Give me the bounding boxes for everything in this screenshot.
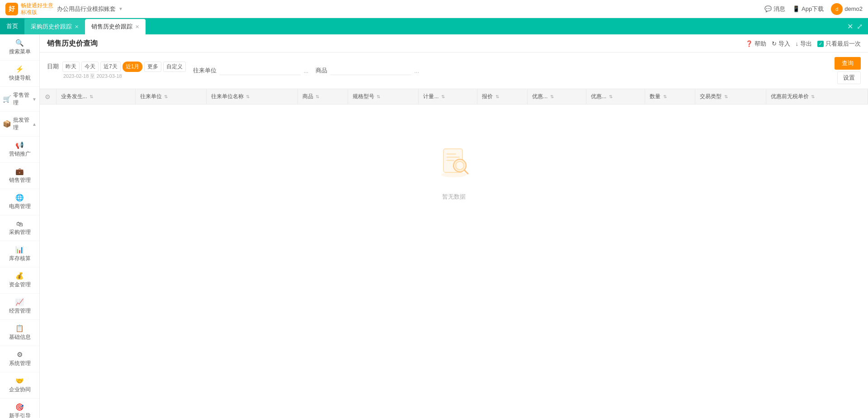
sort-unit-icon: ⇅: [441, 94, 445, 99]
svg-rect-3: [446, 157, 460, 158]
top-bar: 好 畅捷通好生意 标准版 办公用品行业模拟账套 ▼ 💬 消息 📱 App下载 d…: [0, 0, 868, 18]
sidebar-label-inventory: 库存核算: [9, 255, 31, 262]
col-discount2[interactable]: 优惠... ⇅: [586, 89, 645, 104]
date-btn-today[interactable]: 今天: [81, 62, 99, 72]
only-last-checkbox[interactable]: ✓ 只看最后一次: [817, 40, 861, 48]
enterprise-icon: 🤝: [15, 377, 24, 385]
sidebar-label-finance: 资金管理: [9, 281, 31, 289]
export-icon: ↓: [796, 40, 799, 47]
tab-sales-label: 销售历史价跟踪: [91, 23, 132, 31]
col-biz-date[interactable]: 业务发生... ⇅: [56, 89, 136, 104]
app-title: 办公用品行业模拟账套: [57, 5, 116, 13]
date-btn-custom[interactable]: 自定义: [163, 62, 186, 72]
sidebar-item-search-menu[interactable]: 🔍 搜索菜单: [0, 34, 39, 61]
col-unit-name[interactable]: 往来单位名称 ⇅: [206, 89, 297, 104]
sidebar-item-sales-mgmt[interactable]: 💼 销售管理: [0, 163, 39, 189]
date-btn-more[interactable]: 更多: [144, 62, 161, 72]
sidebar-label-guide: 新手引导: [9, 412, 31, 418]
tab-bar-actions: ✕ ⤢: [847, 22, 868, 31]
tab-sales-history[interactable]: 销售历史价跟踪 ✕: [85, 19, 146, 34]
app-download-nav[interactable]: 📱 App下载: [793, 5, 824, 13]
base-icon: 📋: [15, 324, 24, 332]
guide-icon: 🎯: [15, 403, 24, 411]
page-actions: ❓ 帮助 ↻ 导入 ↓ 导出 ✓ 只看最后一次: [745, 40, 861, 48]
col-quantity[interactable]: 数量 ⇅: [645, 89, 695, 104]
filter-dates: 昨天 今天 近7天 近1月 更多 自定义 2023-02-18 至 2023-0…: [62, 62, 186, 80]
date-btn-yesterday[interactable]: 昨天: [62, 62, 80, 72]
sidebar-label-sales: 销售管理: [9, 176, 31, 184]
col-spec[interactable]: 规格型号 ⇅: [348, 89, 419, 104]
filter-right-actions: 查询 设置: [835, 57, 861, 84]
tab-maximize-icon[interactable]: ⤢: [857, 22, 863, 31]
message-nav[interactable]: 💬 消息: [764, 5, 785, 13]
from-unit-input[interactable]: [219, 66, 301, 75]
help-action[interactable]: ❓ 帮助: [745, 40, 766, 48]
sidebar-item-enterprise[interactable]: 🤝 企业协同: [0, 372, 39, 399]
sort-unit-code-icon: ⇅: [164, 94, 168, 99]
col-goods[interactable]: 商品 ⇅: [297, 89, 348, 104]
sidebar-label-wholesale: 批发管理: [13, 116, 30, 132]
avatar: d: [831, 3, 843, 15]
goods-filter: 商品 ...: [316, 66, 419, 75]
message-icon: 💬: [764, 5, 772, 12]
empty-text: 暂无数据: [442, 193, 466, 201]
sidebar-item-ecommerce[interactable]: 🌐 电商管理: [0, 189, 39, 215]
col-trade-type[interactable]: 交易类型 ⇅: [695, 89, 766, 104]
date-buttons: 昨天 今天 近7天 近1月 更多 自定义: [62, 62, 186, 72]
page-header: 销售历史价查询 ❓ 帮助 ↻ 导入 ↓ 导出 ✓ 只看最后一次: [40, 34, 868, 52]
col-price[interactable]: 报价 ⇅: [477, 89, 528, 104]
col-unit-code[interactable]: 往来单位 ⇅: [136, 89, 207, 104]
tab-sales-close[interactable]: ✕: [135, 24, 139, 30]
content-area: 销售历史价查询 ❓ 帮助 ↻ 导入 ↓ 导出 ✓ 只看最后一次: [40, 34, 868, 418]
sort-trade-type-icon: ⇅: [724, 94, 728, 99]
sort-unit-name-icon: ⇅: [246, 94, 250, 99]
tab-bar: 首页 采购历史价跟踪 ✕ 销售历史价跟踪 ✕ ✕ ⤢: [0, 18, 868, 34]
sidebar-label-ecommerce: 电商管理: [9, 203, 31, 210]
sort-quantity-icon: ⇅: [663, 94, 667, 99]
goods-input[interactable]: [330, 66, 411, 75]
sidebar-item-wholesale-mgmt[interactable]: 📦 批发管理 ▲: [0, 112, 39, 137]
user-nav[interactable]: d demo2: [831, 3, 863, 15]
sidebar-item-purchase-mgmt[interactable]: 🛍 采购管理: [0, 215, 39, 241]
sidebar: 🔍 搜索菜单 ⚡ 快捷导航 🛒 零售管理 ▼ 📦 批发管理 ▲ 📢 营销推广 💼…: [0, 34, 40, 418]
sidebar-item-quick-nav[interactable]: ⚡ 快捷导航: [0, 61, 39, 87]
retail-arrow-icon: ▼: [32, 97, 37, 102]
sidebar-item-sys-mgmt[interactable]: ⚙ 系统管理: [0, 346, 39, 372]
quick-nav-icon: ⚡: [15, 65, 24, 73]
col-pretax-price[interactable]: 优惠前无税单价 ⇅: [766, 89, 868, 104]
sidebar-item-new-guide[interactable]: 🎯 新手引导: [0, 399, 39, 418]
tab-purchase-close[interactable]: ✕: [75, 24, 79, 30]
sidebar-label-enterprise: 企业协同: [9, 386, 31, 394]
export-action[interactable]: ↓ 导出: [796, 40, 812, 48]
date-btn-1month[interactable]: 近1月: [123, 62, 143, 72]
col-settings[interactable]: ⚙: [40, 89, 56, 104]
date-btn-7days[interactable]: 近7天: [100, 62, 121, 72]
sort-goods-icon: ⇅: [316, 94, 319, 99]
svg-point-6: [456, 162, 464, 170]
inventory-icon: 📊: [15, 246, 24, 254]
finance-icon: 💰: [15, 272, 24, 280]
goods-dots: ...: [414, 67, 419, 74]
sidebar-item-finance[interactable]: 💰 资金管理: [0, 267, 39, 294]
sidebar-item-ops-mgmt[interactable]: 📈 经营管理: [0, 294, 39, 320]
tab-home[interactable]: 首页: [0, 18, 24, 34]
table-settings-gear-icon[interactable]: ⚙: [45, 93, 51, 100]
sidebar-item-inventory[interactable]: 📊 库存核算: [0, 241, 39, 267]
settings-button[interactable]: 设置: [837, 71, 861, 84]
wholesale-icon: 📦: [3, 120, 11, 128]
sys-icon: ⚙: [17, 351, 23, 359]
col-unit[interactable]: 计量... ⇅: [419, 89, 477, 104]
sidebar-label-retail: 零售管理: [13, 91, 30, 107]
sidebar-label-search-menu: 搜索菜单: [9, 48, 31, 56]
sidebar-item-retail-mgmt[interactable]: 🛒 零售管理 ▼: [0, 87, 39, 112]
sidebar-item-base-info[interactable]: 📋 基础信息: [0, 320, 39, 346]
app-title-bar[interactable]: 办公用品行业模拟账套 ▼: [57, 5, 123, 13]
dropdown-icon[interactable]: ▼: [118, 6, 123, 11]
sidebar-item-marketing[interactable]: 📢 营销推广: [0, 137, 39, 163]
tab-close-all-icon[interactable]: ✕: [847, 22, 853, 31]
query-button[interactable]: 查询: [835, 57, 861, 70]
tab-purchase-history[interactable]: 采购历史价跟踪 ✕: [24, 19, 85, 34]
col-discount1[interactable]: 优惠... ⇅: [528, 89, 586, 104]
empty-state: 暂无数据: [40, 104, 868, 237]
import-action[interactable]: ↻ 导入: [772, 40, 790, 48]
